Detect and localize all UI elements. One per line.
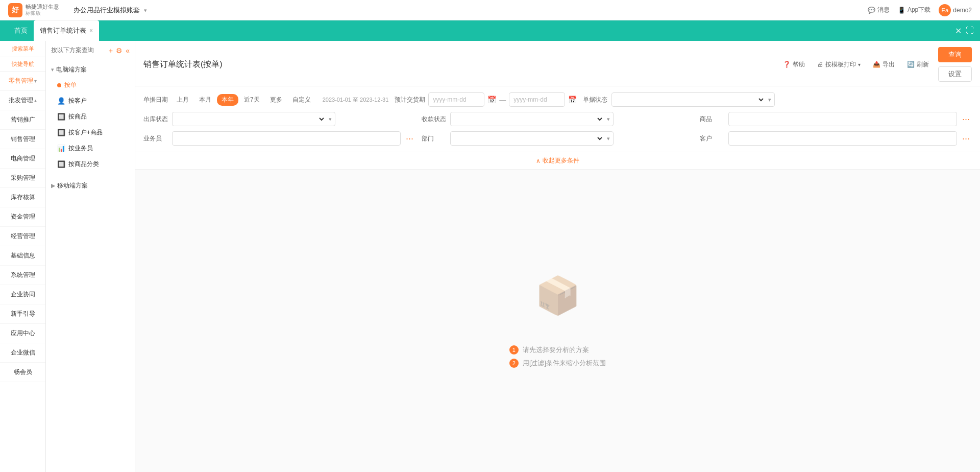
user-menu[interactable]: Ea demo2	[939, 4, 972, 16]
logo-area: 好 畅捷通好生意 标账版	[8, 3, 59, 17]
sidebar-item-retail[interactable]: 零售管理 ▾	[0, 72, 45, 91]
calendar-end-icon[interactable]: 📅	[568, 96, 577, 104]
payment-status-label: 收款状态	[422, 115, 447, 124]
sidebar-item-finance[interactable]: 资金管理	[0, 207, 45, 227]
sidebar-item-basic[interactable]: 基础信息	[0, 246, 45, 266]
tab-bar: 首页 销售订单统计表 × ✕ ⛶	[0, 20, 980, 41]
collapse-bar[interactable]: ∧ 收起更多条件	[135, 152, 980, 170]
customer-more-button[interactable]: ···	[960, 133, 972, 144]
sidebar-item-system[interactable]: 系统管理	[0, 266, 45, 285]
expected-date-input-group: 📅 — 📅	[428, 92, 577, 107]
bill-status-dropdown[interactable]	[612, 96, 765, 104]
ship-status-dropdown[interactable]	[173, 115, 326, 123]
query-button[interactable]: 查询	[938, 47, 972, 62]
window-maximize-icon[interactable]: ⛶	[966, 26, 974, 35]
window-close-icon[interactable]: ✕	[955, 26, 962, 36]
refresh-button[interactable]: 🔄 刷新	[904, 58, 932, 71]
query-settings-group: 查询 设置	[938, 47, 972, 82]
page-actions: ❓ 帮助 🖨 按模板打印 ▾ 📤 导出 🔄 刷新	[780, 47, 972, 82]
tab-home[interactable]: 首页	[8, 20, 34, 41]
bill-status-arrow-icon: ▾	[765, 97, 774, 103]
sidebar-item-inventory[interactable]: 库存核算	[0, 188, 45, 207]
sidebar-item-newbie[interactable]: 新手引导	[0, 304, 45, 324]
active-indicator	[57, 83, 61, 87]
expected-date-start[interactable]	[428, 92, 484, 107]
expected-date-end[interactable]	[509, 92, 565, 107]
sidebar-item-enterprise[interactable]: 企业协同	[0, 285, 45, 304]
message-button[interactable]: 💬 消息	[868, 6, 890, 14]
dept-select[interactable]: ▾	[450, 131, 614, 146]
export-button[interactable]: 📤 导出	[870, 58, 898, 71]
settings-scheme-button[interactable]: ⚙	[116, 46, 122, 55]
refresh-icon: 🔄	[907, 61, 915, 68]
filter-row-1: 单据日期 上月 本月 本年 近7天 更多 自定义 2023-01-01 至 20…	[143, 92, 972, 107]
customer-label: 客户	[700, 134, 725, 143]
empty-tip-1: 1 请先选择要分析的方案	[509, 345, 606, 355]
method-by-customer[interactable]: 👤 按客户	[46, 93, 135, 109]
sidebar-item-marketing[interactable]: 营销推广	[0, 110, 45, 130]
more-date-btn[interactable]: 更多	[265, 94, 287, 106]
method-by-order[interactable]: 按单	[46, 77, 135, 93]
sidebar-item-management[interactable]: 经营管理	[0, 227, 45, 246]
sidebar-item-wechat[interactable]: 企业微信	[0, 343, 45, 363]
sidebar-item-purchase[interactable]: 采购管理	[0, 169, 45, 188]
sidebar-item-ecommerce[interactable]: 电商管理	[0, 149, 45, 169]
customer-group: 客户 ···	[700, 131, 972, 146]
curr-year-btn[interactable]: 本年	[217, 94, 238, 106]
sidebar-search[interactable]: 搜索菜单	[0, 41, 45, 57]
pc-scheme-header[interactable]: ▾ 电脑端方案	[46, 62, 135, 77]
left-panel-header: 按以下方案查询 + ⚙ «	[46, 41, 135, 59]
filter-row-2: 出库状态 ▾ 收款状态	[143, 112, 972, 126]
tip-num-2: 2	[509, 359, 519, 368]
collapse-panel-button[interactable]: «	[126, 46, 130, 55]
method-by-goods[interactable]: 🔲 按商品	[46, 109, 135, 125]
payment-status-arrow-icon: ▾	[604, 116, 613, 123]
dept-arrow-icon: ▾	[604, 135, 613, 142]
goods-more-button[interactable]: ···	[960, 114, 972, 125]
ship-status-select[interactable]: ▾	[172, 112, 335, 126]
print-button[interactable]: 🖨 按模板打印 ▾	[814, 58, 864, 71]
logo-text: 畅捷通好生意 标账版	[26, 4, 59, 16]
customer-input[interactable]	[728, 131, 957, 146]
expected-date-group: 预计交货期 📅 — 📅	[395, 92, 577, 107]
7days-btn[interactable]: 近7天	[239, 94, 264, 106]
sidebar: 搜索菜单 快捷导航 零售管理 ▾ 批发管理 ▴ 营销推广 销售管理 电商管理 采…	[0, 41, 46, 472]
custom-date-btn[interactable]: 自定义	[288, 94, 315, 106]
content-area: 按以下方案查询 + ⚙ « ▾ 电脑端方案 按单 👤 按客	[46, 41, 980, 472]
salesperson-more-button[interactable]: ···	[404, 133, 415, 144]
prev-month-btn[interactable]: 上月	[172, 94, 193, 106]
sidebar-nav[interactable]: 快捷导航	[0, 57, 45, 72]
section-arrow-icon: ▾	[51, 66, 54, 73]
bill-status-select[interactable]: ▾	[611, 92, 775, 107]
settings-button[interactable]: 设置	[938, 66, 972, 82]
help-button[interactable]: ❓ 帮助	[780, 58, 808, 71]
date-label: 单据日期	[143, 96, 169, 104]
add-scheme-button[interactable]: +	[109, 46, 113, 55]
sidebar-item-member[interactable]: 畅会员	[0, 363, 45, 382]
salesperson-input[interactable]	[172, 131, 401, 146]
mobile-scheme-header[interactable]: ▶ 移动端方案	[46, 178, 135, 193]
calendar-start-icon[interactable]: 📅	[487, 96, 496, 104]
app-download-button[interactable]: 📱 App下载	[898, 6, 930, 14]
method-by-customer-goods[interactable]: 🔲 按客户+商品	[46, 125, 135, 140]
app-title[interactable]: 办公用品行业模拟账套 ▾	[74, 6, 147, 15]
tab-sales-order[interactable]: 销售订单统计表 ×	[34, 20, 99, 41]
mobile-scheme-section: ▶ 移动端方案	[46, 175, 135, 196]
mobile-icon: 📱	[898, 7, 905, 14]
sidebar-item-sales[interactable]: 销售管理	[0, 130, 45, 149]
sidebar-item-app-center[interactable]: 应用中心	[0, 324, 45, 343]
payment-status-dropdown[interactable]	[451, 115, 604, 123]
dept-group: 部门 ▾	[422, 131, 694, 146]
dept-dropdown[interactable]	[451, 134, 604, 143]
tab-close-icon[interactable]: ×	[89, 27, 93, 34]
curr-month-btn[interactable]: 本月	[194, 94, 216, 106]
left-panel-actions: + ⚙ «	[109, 46, 130, 55]
ship-status-label: 出库状态	[143, 115, 169, 124]
goods-icon: 🔲	[57, 113, 65, 121]
page-title: 销售订单统计表(按单)	[143, 59, 223, 70]
sidebar-item-wholesale[interactable]: 批发管理 ▴	[0, 91, 45, 110]
goods-input[interactable]	[728, 112, 957, 126]
method-by-salesperson[interactable]: 📊 按业务员	[46, 140, 135, 156]
payment-status-select[interactable]: ▾	[450, 112, 614, 126]
method-by-goods-category[interactable]: 🔲 按商品分类	[46, 156, 135, 172]
